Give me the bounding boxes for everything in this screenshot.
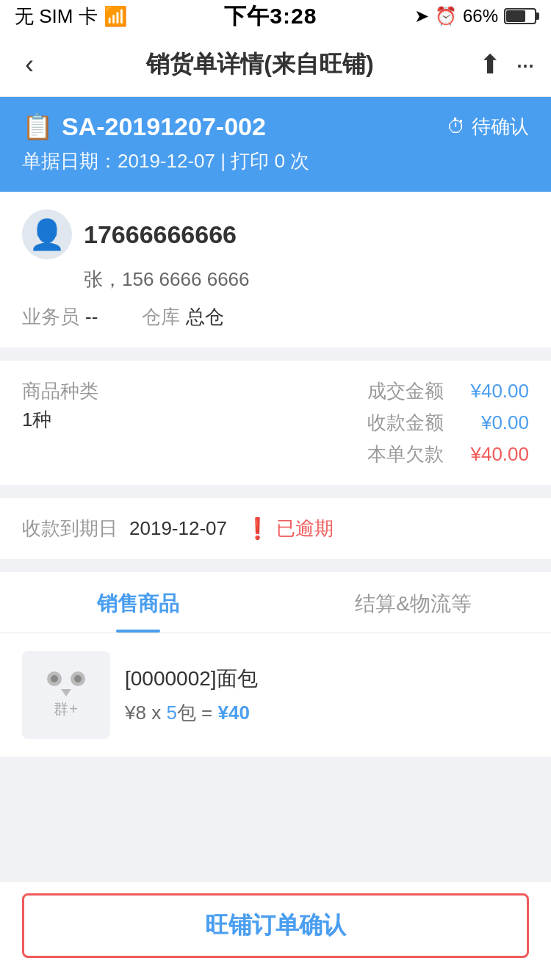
warehouse-value: 总仓 [186, 304, 224, 330]
section-divider-3 [0, 561, 551, 572]
amount-row: 成交金额 ¥40.00 [367, 378, 529, 404]
received-value: ¥0.00 [455, 411, 529, 434]
received-row: 收款金额 ¥0.00 [367, 410, 529, 436]
owl-pupil-left [51, 675, 58, 682]
owl-text: 群+ [54, 699, 79, 719]
due-status: ❗ 已逾期 [245, 516, 334, 541]
wifi-icon: 📶 [104, 5, 127, 28]
owl-eye-left [47, 671, 62, 686]
tab-sales-products[interactable]: 销售商品 [0, 572, 276, 633]
product-unit: 包 = [177, 702, 218, 724]
owl-eye-right [71, 671, 85, 686]
product-list: 群+ [0000002]面包 ¥8 x 5包 = ¥40 [0, 633, 551, 757]
overdue-icon: ❗ [245, 516, 270, 541]
customer-phone: 17666666666 [84, 220, 237, 249]
order-icon: 📋 [22, 112, 53, 141]
order-status-text: 待确认 [472, 114, 529, 140]
received-label: 收款金额 [367, 410, 444, 436]
order-id-row: 📋 SA-20191207-002 ⏱ 待确认 [22, 112, 529, 141]
overdue-text: 已逾期 [276, 516, 334, 541]
back-button[interactable]: ‹ [18, 42, 41, 87]
product-info: [0000002]面包 ¥8 x 5包 = ¥40 [125, 665, 529, 726]
status-bar: 无 SIM 卡 📶 下午3:28 ➤ ⏰ 66% [0, 0, 551, 32]
table-row: 群+ [0000002]面包 ¥8 x 5包 = ¥40 [0, 633, 551, 757]
nav-actions: ⬆ ··· [479, 49, 533, 80]
carrier-text: 无 SIM 卡 [15, 4, 98, 29]
owl-beak [61, 689, 71, 696]
due-date-value: 2019-12-07 [129, 517, 227, 540]
more-button[interactable]: ··· [516, 49, 533, 80]
alarm-icon: ⏰ [435, 6, 457, 26]
confirm-order-button[interactable]: 旺铺订单确认 [22, 893, 529, 958]
summary-card: 商品种类 1种 成交金额 ¥40.00 收款金额 ¥0.00 本单欠款 ¥40.… [0, 361, 551, 485]
battery-text: 66% [463, 6, 498, 26]
tabs-bar: 销售商品 结算&物流等 [0, 572, 551, 633]
sales-value: -- [85, 306, 98, 328]
product-name: [0000002]面包 [125, 665, 529, 693]
avatar-icon: 👤 [29, 217, 65, 252]
nav-bar: ‹ 销货单详情(来自旺铺) ⬆ ··· [0, 32, 551, 97]
summary-right: 成交金额 ¥40.00 收款金额 ¥0.00 本单欠款 ¥40.00 [367, 378, 529, 467]
product-thumbnail: 群+ [22, 651, 110, 739]
section-divider-1 [0, 349, 551, 361]
status-icons: ➤ ⏰ 66% [414, 6, 536, 26]
due-label: 收款到期日 [22, 516, 118, 541]
bottom-bar: 旺铺订单确认 [0, 881, 551, 980]
due-date-card: 收款到期日 2019-12-07 ❗ 已逾期 [0, 498, 551, 559]
warehouse-meta: 仓库 总仓 [142, 304, 224, 330]
sales-label: 业务员 [22, 304, 79, 330]
customer-card: 👤 17666666666 张，156 6666 6666 业务员 -- 仓库 … [0, 192, 551, 347]
location-icon: ➤ [414, 6, 429, 26]
amount-value: ¥40.00 [455, 380, 529, 403]
debt-label: 本单欠款 [367, 442, 444, 467]
tab-settlement[interactable]: 结算&物流等 [276, 572, 551, 633]
product-price-text: ¥8 x [125, 702, 166, 724]
status-carrier: 无 SIM 卡 📶 [15, 4, 127, 29]
type-value: 1种 [22, 407, 98, 433]
status-time: 下午3:28 [224, 1, 317, 32]
page-title: 销货单详情(来自旺铺) [146, 48, 373, 81]
customer-meta: 业务员 -- 仓库 总仓 [22, 304, 529, 330]
section-divider-2 [0, 486, 551, 498]
tab-settlement-label: 结算&物流等 [355, 592, 472, 615]
summary-left: 商品种类 1种 [22, 378, 98, 433]
tab-sales-label: 销售商品 [97, 592, 179, 615]
share-button[interactable]: ⬆ [479, 49, 501, 80]
order-id: 📋 SA-20191207-002 [22, 112, 266, 141]
product-price-row: ¥8 x 5包 = ¥40 [125, 700, 529, 726]
product-total: ¥40 [217, 702, 249, 724]
owl-eyes [47, 671, 85, 686]
clock-icon: ⏱ [447, 115, 466, 138]
order-date: 单据日期：2019-12-07 | 打印 0 次 [22, 148, 529, 174]
battery-icon [504, 8, 536, 24]
order-id-text: SA-20191207-002 [62, 112, 266, 141]
avatar: 👤 [22, 209, 72, 259]
debt-row: 本单欠款 ¥40.00 [367, 442, 529, 467]
customer-name: 张，156 6666 6666 [22, 267, 529, 292]
sales-meta: 业务员 -- [22, 304, 98, 330]
customer-row: 👤 17666666666 [22, 209, 529, 259]
product-qty: 5 [166, 702, 176, 724]
debt-value: ¥40.00 [455, 443, 529, 466]
owl-pupil-right [74, 675, 82, 682]
type-label: 商品种类 [22, 378, 98, 404]
amount-label: 成交金额 [367, 378, 444, 404]
order-status: ⏱ 待确认 [447, 114, 529, 140]
order-header: 📋 SA-20191207-002 ⏱ 待确认 单据日期：2019-12-07 … [0, 97, 551, 192]
warehouse-label: 仓库 [142, 304, 180, 330]
